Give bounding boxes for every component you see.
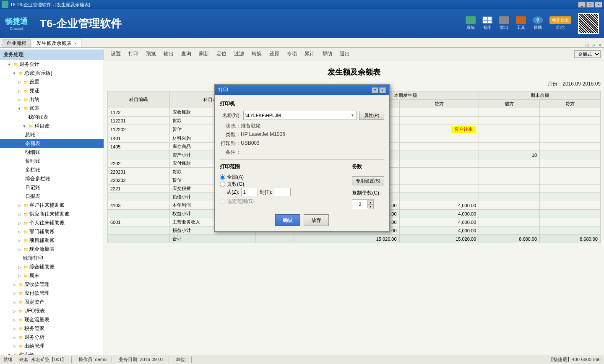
format-select[interactable]: 金额式 (574, 50, 601, 58)
sidebar-section-business[interactable]: 业务处理 (0, 49, 104, 60)
toolbar-convert[interactable]: 转换 (248, 49, 265, 58)
confirm-btn[interactable]: 确认 (275, 214, 300, 226)
tab-next-arrow[interactable]: ▷ (591, 43, 596, 47)
tree-item-supplier-aux[interactable]: ▷ 📁 供应商往来辅助账 (0, 210, 104, 218)
all-pages-radio[interactable] (220, 174, 225, 180)
printer-combo[interactable]: \\LYLFKF\HPLJM ▼ (243, 111, 357, 120)
tab-prev-arrow[interactable]: ◁ (584, 43, 590, 47)
select-range-row: 选定范围(S) (220, 198, 345, 205)
nav-view[interactable]: 视图 (482, 16, 492, 31)
tree-item-balance-table[interactable]: 余额表 (0, 139, 104, 148)
properties-btn[interactable]: 属性(P) (359, 111, 384, 120)
toolbar-refresh[interactable]: 刷新 (195, 49, 212, 58)
tree-item-daily-report[interactable]: 日报表 (0, 192, 104, 201)
to-input[interactable] (274, 188, 291, 196)
spinner-down-btn[interactable]: ▼ (367, 204, 373, 208)
col-end-balance: 期末余额 (479, 91, 601, 100)
toolbar-query[interactable]: 查询 (178, 49, 195, 58)
toolbar-export[interactable]: 输出 (160, 49, 177, 58)
pages-radio[interactable] (220, 182, 225, 187)
spinner-up-btn[interactable]: ▲ (367, 200, 373, 204)
tree-item-voucher[interactable]: ▷ 📁 凭证 (0, 86, 104, 95)
tab-report[interactable]: 发生额及余额表 × (32, 39, 81, 47)
tree-item-finance-analysis[interactable]: ▷ 📁 财务分析 (0, 333, 104, 342)
tree-item-finance[interactable]: ▼ 📁 财务会计 (0, 60, 104, 69)
brand-logo: 畅捷通 (5, 16, 28, 26)
tree-item-accounts[interactable]: ▼ 📁 账表 (0, 104, 104, 113)
toolbar-print[interactable]: 打印 (125, 49, 142, 58)
community-section[interactable]: 畅务社区 单位: (549, 16, 571, 31)
tree-item-myaccount[interactable]: 我的账表 (0, 113, 104, 122)
port-row: 打印到： USB003 (220, 140, 384, 147)
tree-item-fixed-assets[interactable]: ▷ 📁 固定资产 (0, 298, 104, 307)
tree-item-cashflow2[interactable]: ▷ 📁 现金流量表 (0, 315, 104, 324)
title-left: T6 T6-企业管理软件 - [发生额及余额表] (2, 1, 90, 8)
type-label: 类型： (220, 131, 241, 138)
tab-close-btn[interactable]: × (74, 41, 77, 46)
tree-item-subject-account[interactable]: ▼ 📁 科目账 (0, 122, 104, 130)
status-text: 就绪 (3, 356, 13, 363)
tree-item-cashier-mgmt[interactable]: ▷ 📁 出纳管理 (0, 342, 104, 351)
tree-item-period-end[interactable]: ▷ 📁 期末 (0, 271, 104, 280)
toolbar-preview[interactable]: 预览 (143, 49, 159, 58)
dialog-controls: ? × (372, 87, 386, 93)
cancel-btn[interactable]: 放弃 (304, 214, 329, 226)
tree-item-general-ledger[interactable]: 总账 (0, 130, 104, 139)
advanced-btn[interactable]: 专用设置(S) (352, 176, 384, 185)
tree-item-cashflow[interactable]: ▷ 📁 现金流量表 (0, 245, 104, 254)
dialog-help-btn[interactable]: ? (372, 87, 378, 93)
nav-help[interactable]: ? 帮助 (533, 16, 543, 31)
toolbar-setup[interactable]: 设置 (107, 49, 124, 58)
qr-code (578, 13, 599, 34)
col-occur-credit: 贷方 (399, 100, 479, 108)
tree-item-supply-chain[interactable]: ▼ 📁 供应链 (0, 351, 104, 355)
nav-system[interactable]: 系统 (466, 16, 476, 31)
toolbar-cumulate[interactable]: 累计 (301, 49, 318, 58)
tab-close-all[interactable]: × (597, 43, 602, 47)
close-btn[interactable]: × (595, 2, 602, 8)
tree-item-temp-account[interactable]: 暂时账 (0, 157, 104, 166)
tree-item-ufo[interactable]: ▷ 📁 UFO报表 (0, 307, 104, 315)
tree-item-settings[interactable]: ▷ 📁 设置 (0, 78, 104, 86)
tree-item-person-aux[interactable]: ▷ 📁 个人往来辅助账 (0, 218, 104, 227)
copies-input[interactable] (352, 200, 367, 209)
maximize-btn[interactable]: □ (586, 2, 594, 8)
operator-info: 操作员: demo (78, 356, 112, 363)
nav-tool[interactable]: 工具 (516, 16, 526, 31)
toolbar-quit[interactable]: 退出 (336, 49, 353, 58)
select-range-radio[interactable] (220, 199, 225, 204)
from-input[interactable] (241, 188, 258, 196)
tree-item-ledger[interactable]: ▼ 📁 总账[演示版] (0, 69, 104, 78)
tab-enterprise-flow[interactable]: 企业流程 (2, 39, 31, 47)
combo-arrow: ▼ (351, 113, 354, 117)
dialog-close-btn[interactable]: × (379, 87, 386, 93)
toolbar-filter[interactable]: 过滤 (231, 49, 247, 58)
tab-arrows: ◁ ▷ × (584, 43, 602, 47)
pages-label: 页数(G) (227, 181, 244, 188)
minimize-btn[interactable]: _ (578, 2, 586, 8)
toolbar-special[interactable]: 专项 (284, 49, 300, 58)
tree-item-multi-column[interactable]: 多栏账 (0, 166, 104, 174)
tree-item-combo-aux[interactable]: ▷ 📁 综合辅助账 (0, 263, 104, 271)
sidebar: 业务处理 ▼ 📁 财务会计 ▼ 📁 总账[演示版] ▷ 📁 设置 ▷ 📁 凭证 (0, 48, 104, 355)
tree-item-tax[interactable]: ▷ 📁 税务管家 (0, 324, 104, 333)
tree-item-receivable[interactable]: ▷ 📁 应收款管理 (0, 280, 104, 289)
tree-item-dept-aux[interactable]: ▷ 📁 部门辅助账 (0, 227, 104, 236)
col-end-debit: 借方 (479, 100, 540, 108)
community-btn[interactable]: 畅务社区 (549, 16, 571, 24)
nav-window[interactable]: 窗口 (499, 16, 509, 31)
printer-name-row: 名称(N): \\LYLFKF\HPLJM ▼ 属性(P) (220, 111, 384, 120)
tree-item-payable[interactable]: ▷ 📁 应付款管理 (0, 289, 104, 298)
toolbar-locate[interactable]: 定位 (213, 49, 230, 58)
tree-item-customer-aux[interactable]: ▷ 📁 客户往来辅助账 (0, 201, 104, 210)
tree-item-combo-multi[interactable]: 综合多栏账 (0, 174, 104, 183)
toolbar-help[interactable]: 帮助 (319, 49, 336, 58)
tree-item-cashier[interactable]: ▷ 📁 出纳 (0, 95, 104, 104)
tree-item-project-aux[interactable]: ▷ 📁 项目辅助账 (0, 236, 104, 245)
date-info: 业务日期: 2016-09-01 (119, 356, 169, 363)
tree-item-book-print[interactable]: 账簿打印 (0, 254, 104, 263)
page-range-inputs: 从(Z): 到(T): (226, 188, 345, 196)
tree-item-journal[interactable]: 日记账 (0, 183, 104, 192)
tree-item-detail-account[interactable]: 明细账 (0, 148, 104, 157)
toolbar-restore[interactable]: 还原 (266, 49, 283, 58)
